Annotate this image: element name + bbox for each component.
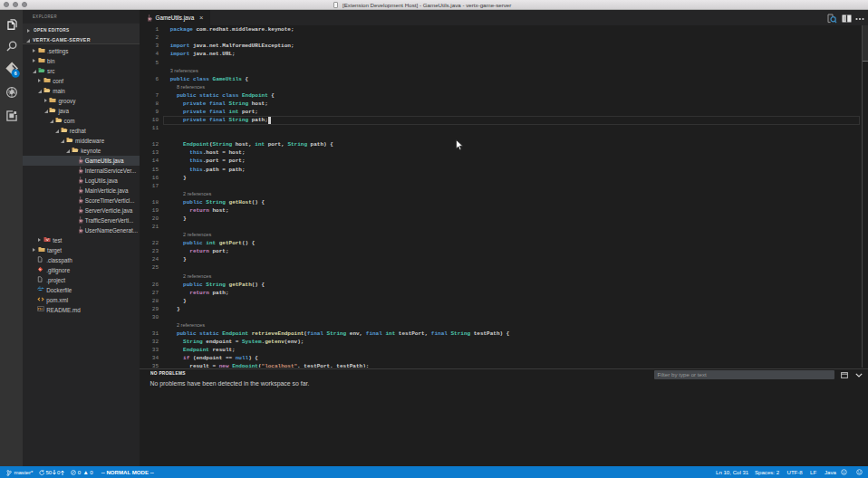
svg-text:6: 6 bbox=[14, 71, 16, 76]
